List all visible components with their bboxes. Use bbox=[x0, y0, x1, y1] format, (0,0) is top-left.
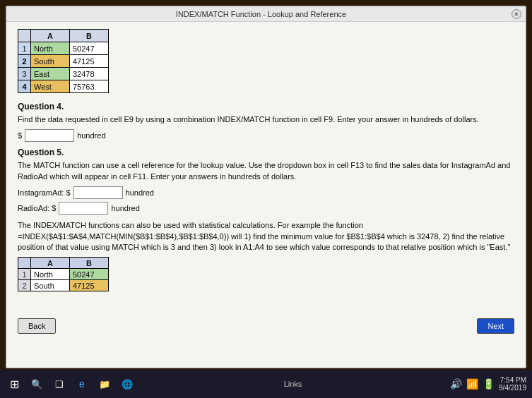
chrome-icon[interactable]: 🌐 bbox=[119, 375, 136, 392]
bottom-header-row: A B bbox=[18, 258, 109, 269]
date-text: 9/4/2019 bbox=[499, 384, 526, 392]
question4-prefix: $ bbox=[18, 131, 22, 140]
question5-section: Question 5. The MATCH function can use a… bbox=[18, 147, 514, 215]
taskbar: ⊞ 🔍 ❑ e 📁 🌐 Links 🔊 📶 🔋 7:54 PM 9/4/2019 bbox=[0, 370, 532, 398]
bottom-header-col-b: B bbox=[70, 258, 109, 269]
task-view-icon[interactable]: ❑ bbox=[51, 375, 68, 392]
bottom-cell-south: South bbox=[31, 280, 70, 291]
instagram-input[interactable] bbox=[73, 186, 123, 199]
time-display: 7:54 PM 9/4/2019 bbox=[499, 376, 526, 392]
cell-east: East bbox=[31, 68, 70, 80]
question4-text: Find the data requested in cell E9 by us… bbox=[18, 114, 514, 125]
rownum-3: 3 bbox=[18, 68, 31, 80]
nav-buttons: Next bbox=[477, 318, 514, 334]
content-area: A B 1 North 50247 2 South 47125 3 East 3… bbox=[6, 22, 526, 368]
radio-suffix: hundred bbox=[111, 204, 139, 212]
header-col-b: B bbox=[70, 30, 109, 42]
next-button[interactable]: Next bbox=[477, 318, 514, 334]
header-rownum bbox=[18, 30, 31, 42]
header-col-a: A bbox=[31, 30, 70, 42]
radio-label: RadioAd: $ bbox=[18, 204, 56, 212]
rownum-2: 2 bbox=[18, 55, 31, 68]
back-button[interactable]: Back bbox=[18, 318, 56, 334]
question4-answer-row: $ hundred bbox=[18, 129, 514, 142]
instagram-suffix: hundred bbox=[126, 188, 154, 197]
bottom-header-col-a: A bbox=[31, 258, 70, 269]
question4-suffix: hundred bbox=[77, 131, 105, 140]
sound-icon: 📶 bbox=[466, 378, 478, 390]
cell-east-val: 32478 bbox=[70, 68, 109, 80]
bottom-rownum-2: 2 bbox=[18, 280, 31, 291]
taskbar-left: ⊞ 🔍 ❑ e 📁 🌐 bbox=[6, 375, 136, 392]
windows-icon[interactable]: ⊞ bbox=[6, 375, 23, 392]
question5-text: The MATCH function can use a cell refere… bbox=[18, 160, 514, 182]
taskbar-right: 🔊 📶 🔋 7:54 PM 9/4/2019 bbox=[450, 376, 526, 392]
question5-title: Question 5. bbox=[18, 147, 514, 157]
wifi-icon: 🔊 bbox=[450, 378, 462, 390]
battery-icon: 🔋 bbox=[483, 378, 495, 390]
title-bar-controls: × bbox=[512, 9, 521, 19]
question4-input[interactable] bbox=[25, 129, 74, 142]
title-bar-text: INDEX/MATCH Function - Lookup and Refere… bbox=[11, 10, 512, 18]
question4-title: Question 4. bbox=[18, 102, 514, 111]
bottom-spreadsheet: A B 1 North 50247 2 South 47125 bbox=[18, 257, 109, 291]
bottom-cell-north: North bbox=[31, 269, 70, 280]
instagram-answer-row: InstagramAd: $ hundred bbox=[18, 186, 514, 199]
bottom-header-rownum bbox=[18, 258, 31, 269]
cell-north-val: 50247 bbox=[70, 42, 109, 55]
table-row: 1 North 50247 bbox=[18, 269, 109, 280]
radio-input[interactable] bbox=[59, 202, 108, 215]
search-icon[interactable]: 🔍 bbox=[28, 375, 45, 392]
file-icon[interactable]: 📁 bbox=[96, 375, 113, 392]
top-spreadsheet: A B 1 North 50247 2 South 47125 3 East 3… bbox=[18, 29, 109, 93]
links-label: Links bbox=[284, 380, 302, 388]
back-button-area: Back bbox=[18, 318, 56, 334]
close-button[interactable]: × bbox=[512, 9, 521, 19]
table-row: 2 South 47125 bbox=[18, 55, 109, 68]
cell-south-val: 47125 bbox=[70, 55, 109, 68]
cell-south: South bbox=[31, 55, 70, 68]
main-window: INDEX/MATCH Function - Lookup and Refere… bbox=[6, 6, 526, 368]
rownum-1: 1 bbox=[18, 42, 31, 55]
taskbar-links[interactable]: Links bbox=[284, 380, 302, 388]
cell-west-val: 75763 bbox=[70, 80, 109, 93]
title-bar: INDEX/MATCH Function - Lookup and Refere… bbox=[6, 6, 526, 22]
rownum-4: 4 bbox=[18, 80, 31, 93]
instagram-label: InstagramAd: $ bbox=[18, 188, 71, 197]
cell-north: North bbox=[31, 42, 70, 55]
question4-section: Question 4. Find the data requested in c… bbox=[18, 102, 514, 142]
table-row: 3 East 32478 bbox=[18, 68, 109, 80]
table-row: 2 South 47125 bbox=[18, 280, 109, 291]
bottom-rownum-1: 1 bbox=[18, 269, 31, 280]
time-text: 7:54 PM bbox=[499, 376, 526, 384]
index-match-explanation: The INDEX/MATCH functions can also be us… bbox=[18, 220, 514, 253]
bottom-cell-north-val: 50247 bbox=[70, 269, 109, 280]
bottom-cell-south-val: 47125 bbox=[70, 280, 109, 291]
table-header-row: A B bbox=[18, 30, 109, 42]
table-row: 4 West 75763 bbox=[18, 80, 109, 93]
table-row: 1 North 50247 bbox=[18, 42, 109, 55]
radio-answer-row: RadioAd: $ hundred bbox=[18, 202, 514, 215]
edge-icon[interactable]: e bbox=[73, 375, 90, 392]
cell-west: West bbox=[31, 80, 70, 93]
